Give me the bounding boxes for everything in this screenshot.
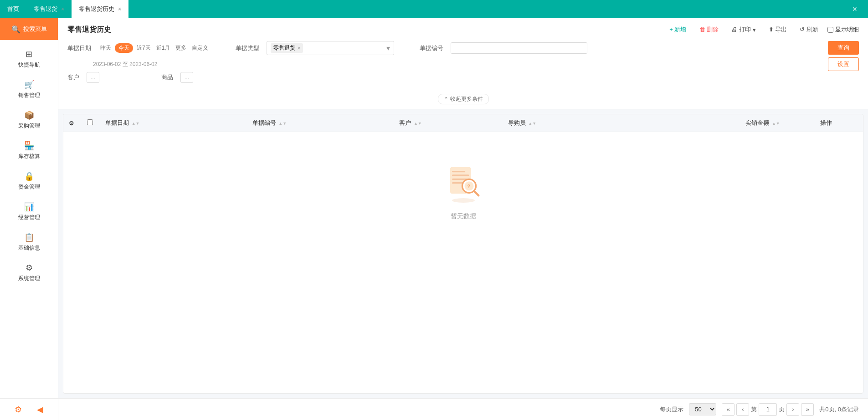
tab-retail-return[interactable]: 零售退货 × bbox=[26, 0, 72, 18]
goods-filter-input[interactable]: ... bbox=[180, 72, 193, 83]
th-amount[interactable]: 实销金额 ▲▼ bbox=[630, 114, 789, 132]
collapse-icon: ⌃ bbox=[444, 96, 448, 102]
page-title: 零售退货历史 bbox=[67, 25, 111, 35]
refresh-button[interactable]: ↺ 刷新 bbox=[796, 24, 822, 36]
sidebar-bottom: ⚙ ◀ bbox=[0, 398, 58, 420]
show-detail-label: 显示明细 bbox=[835, 26, 859, 34]
date-sort-icon: ▲▼ bbox=[132, 121, 140, 126]
sidebar-item-system-mgmt[interactable]: ⚙ 系统管理 bbox=[0, 257, 58, 288]
last-page-button[interactable]: » bbox=[801, 403, 814, 416]
export-button[interactable]: ⬆ 导出 bbox=[765, 24, 791, 36]
system-mgmt-icon: ⚙ bbox=[26, 263, 33, 273]
collapse-sidebar-icon[interactable]: ◀ bbox=[37, 405, 43, 415]
settings-button[interactable]: 设置 bbox=[828, 57, 859, 71]
sidebar-item-finance-label: 资金管理 bbox=[18, 183, 40, 191]
sidebar-item-inventory[interactable]: 🏪 库存核算 bbox=[0, 135, 58, 166]
page-size-select[interactable]: 50 100 200 bbox=[689, 403, 716, 415]
add-label: + 新增 bbox=[669, 26, 686, 34]
tab-home[interactable]: 首页 bbox=[0, 0, 26, 18]
tab-retail-return-label: 零售退货 bbox=[34, 5, 57, 13]
amount-sort-icon: ▲▼ bbox=[772, 121, 780, 126]
search-icon: 🔍 bbox=[11, 25, 21, 34]
settings-icon[interactable]: ⚙ bbox=[15, 405, 22, 415]
shortcut-custom[interactable]: 自定义 bbox=[190, 43, 210, 53]
filter-fields: 单据日期 昨天 今天 近7天 近1月 更多 自定义 单据类型 bbox=[67, 41, 819, 87]
print-label: 🖨 打印 bbox=[731, 26, 751, 34]
shortcut-1month[interactable]: 近1月 bbox=[154, 43, 172, 53]
tab-retail-return-history-close[interactable]: × bbox=[118, 6, 121, 12]
th-settings[interactable]: ⚙ bbox=[63, 114, 82, 132]
refresh-label: ↺ 刷新 bbox=[800, 26, 818, 34]
sidebar-search[interactable]: 🔍 搜索菜单 bbox=[0, 18, 58, 40]
table-body: ? 暂无数据 bbox=[63, 132, 863, 248]
basic-info-icon: 📋 bbox=[24, 232, 34, 242]
delete-button[interactable]: 🗑 删除 bbox=[696, 24, 723, 36]
add-button[interactable]: + 新增 bbox=[666, 24, 690, 36]
number-filter-input[interactable] bbox=[451, 42, 587, 54]
customer-filter-input[interactable]: ... bbox=[87, 72, 99, 83]
pagination-bar: 每页显示 50 100 200 « ‹ 第 页 › » 共0页, 0条记录 bbox=[58, 398, 868, 420]
th-guide[interactable]: 导购员 ▲▼ bbox=[503, 114, 630, 132]
guide-sort-icon: ▲▼ bbox=[528, 121, 536, 126]
collapse-button[interactable]: ⌃ 收起更多条件 bbox=[438, 94, 489, 104]
prev-page-button[interactable]: ‹ bbox=[736, 403, 749, 416]
shortcut-more[interactable]: 更多 bbox=[174, 43, 188, 53]
svg-rect-3 bbox=[452, 174, 469, 176]
table-header: ⚙ 单据日期 ▲▼ 单据编号 ▲▼ bbox=[63, 114, 863, 132]
customer-filter-label: 客户 bbox=[67, 73, 79, 82]
type-filter-label: 单据类型 bbox=[236, 44, 259, 52]
tab-home-label: 首页 bbox=[7, 5, 19, 13]
th-amount-label: 实销金额 bbox=[745, 119, 769, 126]
first-page-button[interactable]: « bbox=[722, 403, 734, 416]
collapse-label: 收起更多条件 bbox=[450, 95, 483, 103]
date-filter-label: 单据日期 bbox=[67, 44, 91, 52]
customer-sort-icon: ▲▼ bbox=[414, 121, 422, 126]
sidebar-item-operations[interactable]: 📊 经营管理 bbox=[0, 196, 58, 227]
th-date[interactable]: 单据日期 ▲▼ bbox=[100, 114, 247, 132]
type-tag-close[interactable]: × bbox=[297, 45, 300, 51]
shortcut-today[interactable]: 今天 bbox=[115, 43, 133, 53]
total-info: 共0页, 0条记录 bbox=[819, 405, 859, 414]
page-label: 第 bbox=[751, 405, 757, 414]
sidebar-item-purchase-label: 采购管理 bbox=[18, 122, 40, 130]
number-filter-label: 单据编号 bbox=[420, 44, 443, 52]
show-detail-checkbox[interactable] bbox=[827, 27, 833, 33]
tab-retail-return-history[interactable]: 零售退货历史 × bbox=[72, 0, 128, 18]
tab-retail-return-close[interactable]: × bbox=[61, 6, 64, 12]
next-page-button[interactable]: › bbox=[786, 403, 799, 416]
settings-gear-icon[interactable]: ⚙ bbox=[69, 120, 74, 127]
th-checkbox[interactable] bbox=[82, 114, 100, 132]
sidebar-item-inventory-label: 库存核算 bbox=[18, 153, 40, 160]
page-size-label: 每页显示 bbox=[660, 405, 683, 414]
sidebar-item-sales-label: 销售管理 bbox=[18, 92, 40, 99]
sidebar-item-sales-mgmt[interactable]: 🛒 销售管理 bbox=[0, 74, 58, 105]
sidebar-item-operations-label: 经营管理 bbox=[18, 214, 40, 221]
page-number-input[interactable] bbox=[759, 403, 777, 416]
page-header: 零售退货历史 + 新增 🗑 删除 🖨 打印 ▾ ⬆ 导出 bbox=[58, 18, 868, 109]
shortcut-yesterday[interactable]: 昨天 bbox=[98, 43, 113, 53]
type-selector[interactable]: 零售退货 × ▾ bbox=[267, 41, 394, 55]
finance-icon: 🔒 bbox=[24, 171, 34, 181]
empty-text: 暂无数据 bbox=[451, 212, 476, 220]
svg-line-8 bbox=[474, 191, 478, 195]
show-detail-checkbox-label[interactable]: 显示明细 bbox=[827, 26, 859, 34]
window-close-button[interactable]: × bbox=[848, 3, 861, 16]
type-tag: 零售退货 × bbox=[271, 43, 303, 53]
select-all-checkbox[interactable] bbox=[87, 119, 93, 125]
svg-point-0 bbox=[452, 198, 475, 203]
operations-icon: 📊 bbox=[24, 202, 34, 212]
inventory-icon: 🏪 bbox=[24, 141, 34, 151]
empty-illustration: ? bbox=[441, 159, 486, 205]
th-date-label: 单据日期 bbox=[105, 119, 129, 126]
th-operation: 操作 bbox=[789, 114, 863, 132]
sidebar-item-purchase-mgmt[interactable]: 📦 采购管理 bbox=[0, 105, 58, 135]
sidebar-item-finance[interactable]: 🔒 资金管理 bbox=[0, 166, 58, 196]
sidebar-item-quick-nav[interactable]: ⊞ 快捷导航 bbox=[0, 44, 58, 74]
query-button[interactable]: 查询 bbox=[828, 41, 859, 55]
print-button[interactable]: 🖨 打印 ▾ bbox=[728, 24, 760, 36]
th-number[interactable]: 单据编号 ▲▼ bbox=[247, 114, 394, 132]
page-title-row: 零售退货历史 + 新增 🗑 删除 🖨 打印 ▾ ⬆ 导出 bbox=[67, 24, 859, 36]
th-customer[interactable]: 客户 ▲▼ bbox=[394, 114, 502, 132]
sidebar-item-basic-info[interactable]: 📋 基础信息 bbox=[0, 227, 58, 257]
shortcut-7days[interactable]: 近7天 bbox=[135, 43, 153, 53]
